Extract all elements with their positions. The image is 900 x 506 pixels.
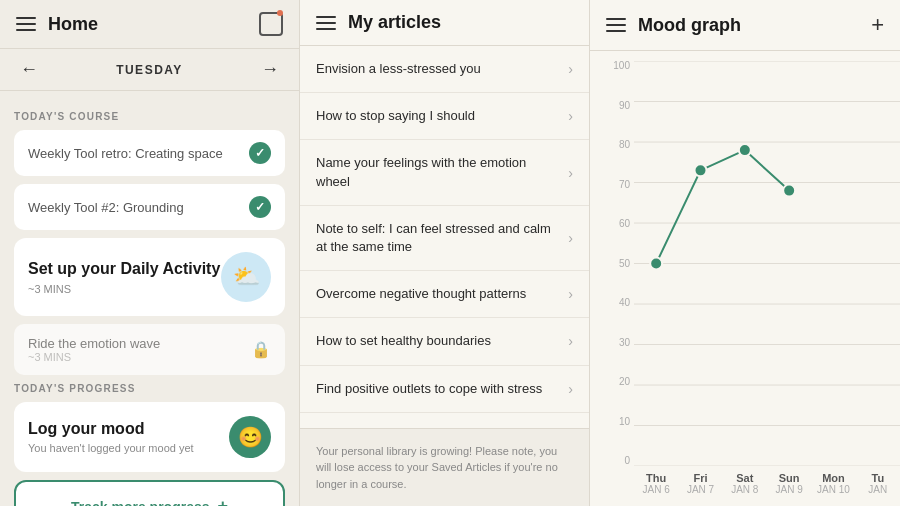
article-text-0: Envision a less-stressed you: [316, 60, 568, 78]
right-panel-title: Mood graph: [638, 15, 871, 36]
prev-day-button[interactable]: ←: [20, 59, 38, 80]
svg-point-12: [695, 164, 707, 176]
y-label-100: 100: [613, 61, 630, 71]
svg-point-14: [783, 185, 795, 197]
track-plus-icon: +: [218, 496, 229, 506]
activity-info: Set up your Daily Activity ~3 MINS: [28, 259, 221, 296]
x-label-5: TuJAN: [856, 472, 900, 495]
y-label-10: 10: [619, 417, 630, 427]
x-axis: ThuJAN 6FriJAN 7SatJAN 8SunJAN 9MonJAN 1…: [634, 466, 900, 506]
article-text-1: How to stop saying I should: [316, 107, 568, 125]
next-day-button[interactable]: →: [261, 59, 279, 80]
add-mood-button[interactable]: +: [871, 12, 884, 38]
middle-panel: My articles Envision a less-stressed you…: [300, 0, 590, 506]
article-item-2[interactable]: Name your feelings with the emotion whee…: [300, 140, 589, 205]
article-text-3: Note to self: I can feel stressed and ca…: [316, 220, 568, 256]
course-item-2[interactable]: Weekly Tool #2: Grounding: [14, 184, 285, 230]
x-label-4: MonJAN 10: [811, 472, 855, 495]
activity-card[interactable]: Set up your Daily Activity ~3 MINS ⛅: [14, 238, 285, 316]
course-item-1-text: Weekly Tool retro: Creating space: [28, 146, 249, 161]
article-chevron-5: ›: [568, 333, 573, 349]
activity-title: Set up your Daily Activity: [28, 259, 221, 280]
y-label-60: 60: [619, 219, 630, 229]
y-label-80: 80: [619, 140, 630, 150]
y-label-90: 90: [619, 101, 630, 111]
right-header: Mood graph +: [590, 0, 900, 51]
article-text-4: Overcome negative thought patterns: [316, 285, 568, 303]
article-item-6[interactable]: Find positive outlets to cope with stres…: [300, 366, 589, 413]
course-item-1[interactable]: Weekly Tool retro: Creating space: [14, 130, 285, 176]
article-item-5[interactable]: How to set healthy boundaries ›: [300, 318, 589, 365]
y-label-50: 50: [619, 259, 630, 269]
right-panel: Mood graph + 1009080706050403020100 ThuJ…: [590, 0, 900, 506]
y-label-20: 20: [619, 377, 630, 387]
course-item-1-check: [249, 142, 271, 164]
left-panel: Home ← TUESDAY → TODAY'S COURSE Weekly T…: [0, 0, 300, 506]
article-chevron-2: ›: [568, 165, 573, 181]
x-label-0: ThuJAN 6: [634, 472, 678, 495]
mood-info: Log your mood You haven't logged your mo…: [28, 420, 194, 454]
article-chevron-1: ›: [568, 108, 573, 124]
mood-icon: 😊: [229, 416, 271, 458]
hamburger-icon[interactable]: [16, 17, 36, 31]
article-text-5: How to set healthy boundaries: [316, 332, 568, 350]
track-progress-button[interactable]: Track more progress +: [14, 480, 285, 506]
locked-title: Ride the emotion wave: [28, 336, 160, 351]
locked-mins: ~3 MINS: [28, 351, 160, 363]
nav-day-label: TUESDAY: [116, 63, 183, 77]
article-chevron-3: ›: [568, 230, 573, 246]
y-label-40: 40: [619, 298, 630, 308]
right-hamburger-icon[interactable]: [606, 18, 626, 32]
chart-container: 1009080706050403020100 ThuJAN 6FriJAN 7S…: [590, 51, 900, 506]
progress-section-label: TODAY'S PROGRESS: [14, 383, 285, 394]
activity-mins: ~3 MINS: [28, 283, 221, 295]
x-label-2: SatJAN 8: [723, 472, 767, 495]
chart-svg-area: [634, 61, 900, 466]
y-axis: 1009080706050403020100: [600, 61, 630, 466]
article-chevron-4: ›: [568, 286, 573, 302]
mood-card[interactable]: Log your mood You haven't logged your mo…: [14, 402, 285, 472]
articles-list: Envision a less-stressed you › How to st…: [300, 46, 589, 428]
middle-panel-title: My articles: [348, 12, 573, 33]
mood-sub: You haven't logged your mood yet: [28, 442, 194, 454]
article-item-7[interactable]: Take a self-compassion break ›: [300, 413, 589, 428]
article-item-3[interactable]: Note to self: I can feel stressed and ca…: [300, 206, 589, 271]
left-panel-title: Home: [48, 14, 259, 35]
nav-row: ← TUESDAY →: [0, 49, 299, 91]
article-chevron-6: ›: [568, 381, 573, 397]
svg-point-11: [650, 258, 662, 270]
article-text-6: Find positive outlets to cope with stres…: [316, 380, 568, 398]
locked-card: Ride the emotion wave ~3 MINS 🔒: [14, 324, 285, 375]
y-label-30: 30: [619, 338, 630, 348]
article-text-2: Name your feelings with the emotion whee…: [316, 154, 568, 190]
article-item-1[interactable]: How to stop saying I should ›: [300, 93, 589, 140]
notification-icon[interactable]: [259, 12, 283, 36]
y-label-0: 0: [624, 456, 630, 466]
locked-info: Ride the emotion wave ~3 MINS: [28, 336, 160, 363]
article-item-0[interactable]: Envision a less-stressed you ›: [300, 46, 589, 93]
article-item-4[interactable]: Overcome negative thought patterns ›: [300, 271, 589, 318]
lock-icon: 🔒: [251, 340, 271, 359]
svg-point-13: [739, 144, 751, 156]
left-header: Home: [0, 0, 299, 49]
middle-header: My articles: [300, 0, 589, 46]
track-btn-label: Track more progress: [71, 499, 210, 507]
mood-title: Log your mood: [28, 420, 194, 438]
articles-footer: Your personal library is growing! Please…: [300, 428, 589, 507]
course-section-label: TODAY'S COURSE: [14, 111, 285, 122]
middle-hamburger-icon[interactable]: [316, 16, 336, 30]
article-chevron-0: ›: [568, 61, 573, 77]
x-label-3: SunJAN 9: [767, 472, 811, 495]
activity-icon: ⛅: [221, 252, 271, 302]
x-label-1: FriJAN 7: [678, 472, 722, 495]
course-item-2-text: Weekly Tool #2: Grounding: [28, 200, 249, 215]
course-item-2-check: [249, 196, 271, 218]
left-content: TODAY'S COURSE Weekly Tool retro: Creati…: [0, 91, 299, 506]
y-label-70: 70: [619, 180, 630, 190]
